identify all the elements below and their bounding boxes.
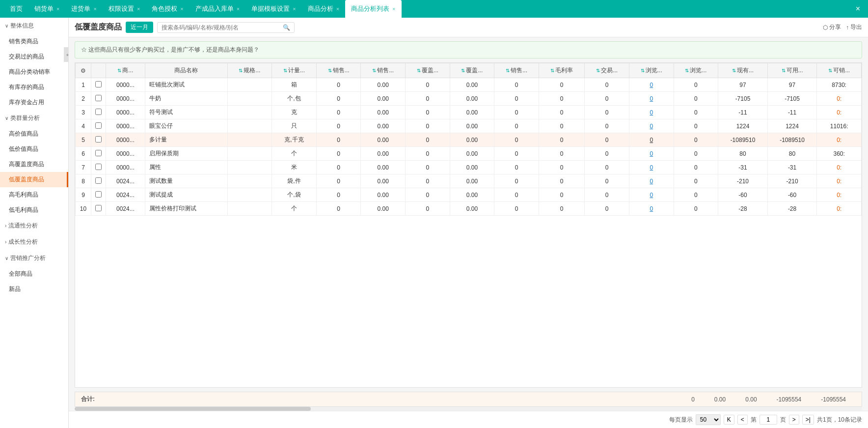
sidebar-item-sales-products[interactable]: 销售类商品 bbox=[0, 34, 68, 49]
cell-browse1[interactable]: 0 bbox=[629, 174, 674, 188]
cell-browse1[interactable]: 0 bbox=[629, 78, 674, 92]
main-layout: « ∨ 整体信息 销售类商品 交易过的商品 商品分类动销率 有库存的商品 库存资… bbox=[0, 18, 868, 428]
export-button[interactable]: ↑ 导出 bbox=[846, 23, 862, 31]
share-icon: ⬡ bbox=[823, 24, 828, 31]
cell-checkbox[interactable] bbox=[91, 78, 106, 92]
column-sales-amount[interactable]: ⇅销售... bbox=[361, 63, 406, 78]
column-profit-rate[interactable]: ⇅毛利率 bbox=[539, 63, 585, 78]
column-unit[interactable]: ⇅计量... bbox=[272, 63, 317, 78]
share-button[interactable]: ⬡ 分享 bbox=[823, 23, 841, 31]
column-browse1[interactable]: ⇅浏览... bbox=[629, 63, 674, 78]
cell-sales-count: 0 bbox=[316, 188, 361, 202]
cell-checkbox[interactable] bbox=[91, 106, 106, 119]
close-icon[interactable]: × bbox=[336, 6, 339, 12]
page-number-input[interactable] bbox=[760, 415, 777, 425]
column-name[interactable]: 商品名称 bbox=[145, 63, 227, 78]
column-code[interactable]: ⇅商... bbox=[106, 63, 145, 78]
cell-spec bbox=[227, 133, 272, 147]
cell-browse1[interactable]: 0 bbox=[629, 92, 674, 106]
column-trade[interactable]: ⇅交易... bbox=[585, 63, 629, 78]
cell-sales-count: 0 bbox=[316, 92, 361, 106]
cell-checkbox[interactable] bbox=[91, 133, 106, 147]
sidebar-item-traded-products[interactable]: 交易过的商品 bbox=[0, 49, 68, 64]
cell-browse1[interactable]: 0 bbox=[629, 133, 674, 147]
cell-sellable: 360: bbox=[817, 147, 862, 161]
time-filter-button[interactable]: 近一月 bbox=[126, 22, 153, 33]
nav-sales[interactable]: 销货单 × bbox=[28, 0, 65, 18]
close-icon[interactable]: × bbox=[180, 6, 183, 12]
column-browse2[interactable]: ⇅浏览... bbox=[674, 63, 718, 78]
horizontal-scrollbar[interactable] bbox=[75, 407, 862, 411]
close-icon[interactable]: × bbox=[93, 6, 96, 12]
cell-sales-count: 0 bbox=[316, 174, 361, 188]
sidebar-section-overall[interactable]: ∨ 整体信息 bbox=[0, 18, 68, 34]
column-coverage2[interactable]: ⇅覆盖... bbox=[450, 63, 494, 78]
nav-purchase[interactable]: 进货单 × bbox=[65, 0, 102, 18]
sidebar-item-low-value[interactable]: 低价值商品 bbox=[0, 142, 68, 157]
search-icon[interactable]: 🔍 bbox=[283, 24, 290, 31]
sidebar-item-high-coverage[interactable]: 高覆盖度商品 bbox=[0, 157, 68, 172]
cell-browse1[interactable]: 0 bbox=[629, 161, 674, 174]
sidebar-item-new-products[interactable]: 新品 bbox=[0, 282, 68, 297]
cell-checkbox[interactable] bbox=[91, 147, 106, 161]
cell-checkbox[interactable] bbox=[91, 119, 106, 133]
column-available[interactable]: ⇅可用... bbox=[767, 63, 817, 78]
nav-product-analysis-list[interactable]: 商品分析列表 × bbox=[345, 0, 401, 18]
cell-browse1[interactable]: 0 bbox=[629, 147, 674, 161]
window-close-button[interactable]: × bbox=[852, 4, 864, 13]
cell-trade: 0 bbox=[585, 119, 629, 133]
nav-template-settings[interactable]: 单据模板设置 × bbox=[245, 0, 301, 18]
column-coverage1[interactable]: ⇅覆盖... bbox=[406, 63, 450, 78]
sidebar-item-low-margin[interactable]: 低毛利商品 bbox=[0, 202, 68, 218]
nav-roles[interactable]: 角色授权 × bbox=[146, 0, 189, 18]
close-icon[interactable]: × bbox=[237, 6, 240, 12]
cell-checkbox[interactable] bbox=[91, 92, 106, 106]
search-input[interactable] bbox=[162, 24, 281, 31]
sidebar-item-high-margin[interactable]: 高毛利商品 bbox=[0, 187, 68, 202]
cell-checkbox[interactable] bbox=[91, 174, 106, 188]
close-icon[interactable]: × bbox=[392, 6, 395, 12]
sidebar-item-category-turnover[interactable]: 商品分类动销率 bbox=[0, 64, 68, 80]
cell-sales-count: 0 bbox=[316, 106, 361, 119]
cell-browse1[interactable]: 0 bbox=[629, 188, 674, 202]
sidebar-item-low-coverage[interactable]: 低覆盖度商品 bbox=[0, 172, 68, 187]
column-sales-count[interactable]: ⇅销售... bbox=[316, 63, 361, 78]
nav-home[interactable]: 首页 bbox=[4, 0, 28, 18]
cell-browse1[interactable]: 0 bbox=[629, 119, 674, 133]
next-page-button[interactable]: > bbox=[789, 415, 799, 425]
sidebar-item-stock-capital[interactable]: 库存资金占用 bbox=[0, 95, 68, 110]
per-page-select[interactable]: 50 20 100 bbox=[696, 414, 721, 425]
data-table-container[interactable]: ⚙ ⇅商... 商品名称 ⇅规格... ⇅计量... ⇅销售... ⇅销售...… bbox=[75, 62, 862, 388]
cell-available: -60 bbox=[767, 188, 817, 202]
sidebar-section-marketing[interactable]: ∨ 营销推广分析 bbox=[0, 250, 68, 266]
nav-product-inbound[interactable]: 产成品入库单 × bbox=[190, 0, 245, 18]
column-sales3[interactable]: ⇅销售... bbox=[494, 63, 539, 78]
cell-checkbox[interactable] bbox=[91, 202, 106, 216]
cell-checkbox[interactable] bbox=[91, 188, 106, 202]
sidebar-section-cluster[interactable]: ∨ 类群量分析 bbox=[0, 110, 68, 126]
nav-product-analysis[interactable]: 商品分析 × bbox=[302, 0, 345, 18]
prev-page-button[interactable]: < bbox=[737, 415, 748, 425]
first-page-button[interactable]: K bbox=[724, 415, 734, 425]
sidebar-section-growth[interactable]: › 成长性分析 bbox=[0, 234, 68, 250]
data-table: ⚙ ⇅商... 商品名称 ⇅规格... ⇅计量... ⇅销售... ⇅销售...… bbox=[75, 63, 862, 216]
sidebar-collapse-button[interactable]: « bbox=[64, 47, 69, 62]
close-icon[interactable]: × bbox=[137, 6, 140, 12]
close-icon[interactable]: × bbox=[56, 6, 59, 12]
cell-sales3: 0 bbox=[494, 161, 539, 174]
column-spec[interactable]: ⇅规格... bbox=[227, 63, 272, 78]
sidebar-item-high-value[interactable]: 高价值商品 bbox=[0, 126, 68, 142]
column-sellable[interactable]: ⇅可销... bbox=[817, 63, 862, 78]
cell-checkbox[interactable] bbox=[91, 161, 106, 174]
cell-browse1[interactable]: 0 bbox=[629, 202, 674, 216]
sidebar-item-in-stock[interactable]: 有库存的商品 bbox=[0, 80, 68, 95]
sidebar-item-all-products[interactable]: 全部商品 bbox=[0, 266, 68, 282]
cell-browse2: 0 bbox=[674, 174, 718, 188]
last-page-button[interactable]: >| bbox=[802, 415, 814, 425]
column-settings[interactable]: ⚙ bbox=[76, 63, 91, 78]
sidebar-section-liquidity[interactable]: › 流通性分析 bbox=[0, 218, 68, 234]
close-icon[interactable]: × bbox=[293, 6, 296, 12]
cell-browse1[interactable]: 0 bbox=[629, 106, 674, 119]
column-current-stock[interactable]: ⇅现有... bbox=[718, 63, 768, 78]
nav-permissions[interactable]: 权限设置 × bbox=[103, 0, 146, 18]
